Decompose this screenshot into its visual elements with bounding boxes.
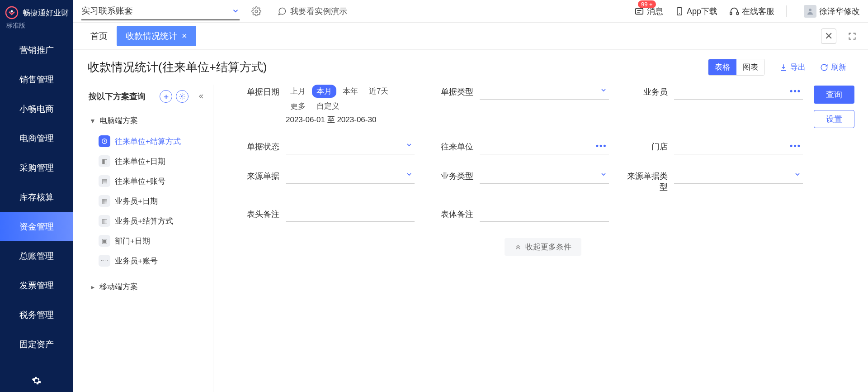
pill-more[interactable]: 更多 — [286, 100, 310, 113]
export-button[interactable]: 导出 — [779, 62, 806, 72]
svg-point-8 — [809, 9, 811, 11]
fullscreen-button[interactable] — [844, 29, 860, 44]
svg-point-0 — [6, 7, 18, 19]
chevron-down-icon — [231, 7, 240, 15]
filter-source-doc-label: 来源单据 — [231, 169, 286, 182]
online-service-button[interactable]: 在线客服 — [729, 6, 774, 17]
svg-point-1 — [11, 10, 13, 13]
sidebar-item-4[interactable]: 采购管理 — [0, 153, 73, 182]
collapse-panel-button[interactable] — [195, 90, 208, 103]
sidebar-item-9[interactable]: 税务管理 — [0, 300, 73, 330]
svg-point-9 — [181, 96, 183, 97]
pill-this-month[interactable]: 本月 — [312, 85, 336, 98]
scheme-item-2[interactable]: ▤往来单位+账号 — [96, 171, 209, 191]
add-scheme-button[interactable]: ＋ — [160, 90, 172, 103]
chevron-down-icon[interactable] — [406, 171, 413, 178]
partner-input[interactable] — [480, 139, 609, 154]
date-pills: 上月 本月 本年 近7天 更多 自定义 — [286, 85, 415, 113]
sidebar-item-10[interactable]: 固定资产 — [0, 330, 73, 359]
chevron-down-icon[interactable] — [794, 171, 801, 178]
filter-biz-type: 业务类型 — [425, 169, 609, 184]
source-doc-type-input[interactable] — [674, 169, 803, 184]
header-note-input[interactable] — [286, 207, 415, 222]
body-note-input[interactable] — [480, 207, 609, 222]
svg-point-2 — [255, 10, 258, 13]
more-icon[interactable]: ••• — [790, 141, 801, 151]
demo-link[interactable]: 我要看实例演示 — [278, 6, 347, 17]
sidebar-item-7[interactable]: 总账管理 — [0, 241, 73, 271]
more-icon[interactable]: ••• — [596, 141, 607, 151]
refresh-label: 刷新 — [831, 62, 846, 72]
sidebar-item-3[interactable]: 电商管理 — [0, 124, 73, 153]
scheme-group-desktop-head[interactable]: ▼ 电脑端方案 — [87, 112, 209, 129]
scheme-item-5[interactable]: ▣部门+日期 — [96, 231, 209, 251]
filter-body-note-label: 表体备注 — [425, 207, 480, 220]
user-menu[interactable]: 徐泽华修改 — [798, 5, 860, 18]
view-chart-button[interactable]: 图表 — [736, 59, 764, 75]
sidebar-item-6[interactable]: 资金管理 — [0, 212, 73, 241]
account-settings-icon[interactable] — [249, 4, 264, 19]
account-selector[interactable]: 实习联系账套 — [81, 2, 240, 20]
filter-date: 单据日期 上月 本月 本年 近7天 更多 自定义 20 — [231, 85, 415, 125]
scheme-item-6[interactable]: 〰业务员+账号 — [96, 251, 209, 271]
scheme-item-1[interactable]: ◧往来单位+日期 — [96, 151, 209, 171]
scheme-settings-button[interactable] — [176, 90, 189, 103]
date-range: 2023-06-01 至 2023-06-30 — [286, 115, 415, 125]
pill-this-year[interactable]: 本年 — [338, 85, 363, 98]
sidebar-item-5[interactable]: 库存核算 — [0, 182, 73, 212]
doc-status-input[interactable] — [286, 139, 415, 154]
sidebar-item-1[interactable]: 销售管理 — [0, 65, 73, 94]
pill-last-month[interactable]: 上月 — [286, 85, 310, 98]
chevron-down-icon[interactable] — [406, 141, 413, 148]
query-action-col: 查询 设置 — [814, 85, 854, 222]
scheme-group-mobile-label: 移动端方案 — [99, 282, 138, 292]
download-label: App下载 — [687, 6, 717, 17]
query-button[interactable]: 查询 — [814, 86, 854, 104]
scheme-list-desktop: 往来单位+结算方式 ◧往来单位+日期 ▤往来单位+账号 ▦业务员+日期 ▥业务员… — [87, 129, 209, 272]
tabbar: 首页 收款情况统计 × ✕ — [73, 23, 868, 50]
tab-receipt-label: 收款情况统计 — [126, 30, 177, 42]
filter-grid: 单据日期 上月 本月 本年 近7天 更多 自定义 20 — [231, 85, 803, 222]
demo-text: 我要看实例演示 — [290, 6, 347, 17]
close-icon[interactable]: × — [182, 31, 187, 41]
filter-settings-button[interactable]: 设置 — [814, 110, 854, 128]
sidebar-item-0[interactable]: 营销推广 — [0, 35, 73, 65]
filter-source-doc: 来源单据 — [231, 169, 415, 184]
biz-type-input[interactable] — [480, 169, 609, 184]
refresh-button[interactable]: 刷新 — [820, 62, 846, 72]
scheme-group-mobile-head[interactable]: ▸ 移动端方案 — [87, 278, 209, 296]
scheme-item-3[interactable]: ▦业务员+日期 — [96, 191, 209, 211]
phone-icon — [675, 6, 684, 16]
sidebar-item-8[interactable]: 发票管理 — [0, 271, 73, 300]
more-icon[interactable]: ••• — [790, 86, 801, 96]
messages-button[interactable]: 99 + 消息 — [634, 6, 663, 17]
bars-icon: ▥ — [99, 215, 110, 227]
filter-doc-type: 单据类型 — [425, 85, 609, 100]
salesperson-input[interactable] — [674, 85, 803, 100]
caret-down-icon: ▼ — [89, 117, 97, 124]
chevron-down-icon[interactable] — [600, 86, 607, 94]
pill-7days[interactable]: 近7天 — [364, 85, 393, 98]
scheme-item-4[interactable]: ▥业务员+结算方式 — [96, 211, 209, 231]
filter-store-label: 门店 — [620, 139, 674, 152]
view-table-button[interactable]: 表格 — [708, 59, 736, 75]
close-all-button[interactable]: ✕ — [821, 29, 836, 44]
sidebar-settings-button[interactable] — [0, 369, 73, 392]
app-download-button[interactable]: App下载 — [675, 6, 717, 17]
store-input[interactable] — [674, 139, 803, 154]
chevron-down-icon[interactable] — [600, 171, 607, 178]
scheme-item-4-label: 业务员+结算方式 — [115, 216, 173, 226]
tab-home[interactable]: 首页 — [81, 26, 117, 46]
sidebar-item-2[interactable]: 小畅电商 — [0, 94, 73, 124]
pill-custom[interactable]: 自定义 — [312, 100, 344, 113]
doc-type-input[interactable] — [480, 85, 609, 100]
source-doc-input[interactable] — [286, 169, 415, 184]
view-toggle: 表格 图表 — [708, 59, 765, 76]
scheme-item-0[interactable]: 往来单位+结算方式 — [96, 131, 209, 151]
tab-actions: ✕ — [821, 29, 868, 44]
tab-receipt-stats[interactable]: 收款情况统计 × — [117, 26, 196, 46]
filter-biz-type-label: 业务类型 — [425, 169, 480, 182]
filter-store: 门店 ••• — [620, 139, 803, 154]
collapse-filters-button[interactable]: 收起更多条件 — [505, 238, 581, 256]
scheme-item-5-label: 部门+日期 — [115, 236, 150, 246]
